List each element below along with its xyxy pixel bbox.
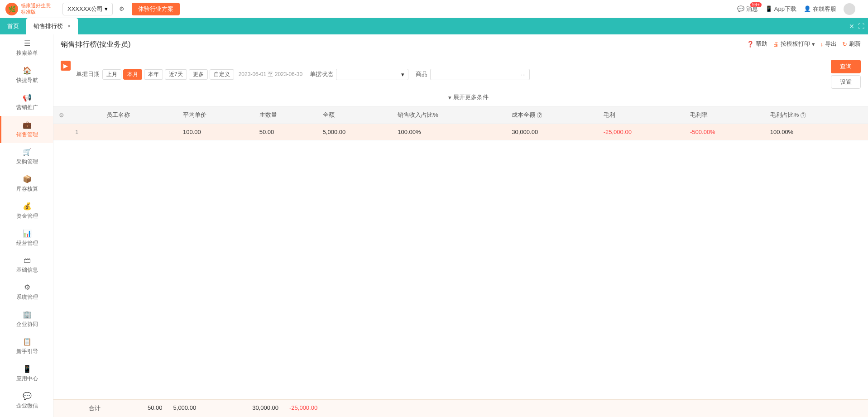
purchase-icon: 🛒	[23, 148, 32, 156]
col-employee: 员工名称	[101, 106, 177, 124]
sidebar-item-finance[interactable]: 💰 资金管理	[0, 197, 53, 225]
goods-ellipsis-btn[interactable]: ···	[521, 71, 526, 78]
tab-close-icon[interactable]: ×	[67, 23, 71, 29]
sidebar-item-member[interactable]: ◇ 畅会员	[0, 414, 53, 417]
sidebar-item-quick-nav[interactable]: 🏠 快捷导航	[0, 62, 53, 89]
sidebar-item-operations[interactable]: 📊 经营管理	[0, 225, 53, 252]
goods-filter: 商品 ···	[416, 69, 530, 80]
footer-amount: 5,000.00	[168, 404, 202, 412]
filter-toggle-btn[interactable]: ▶	[61, 61, 71, 71]
sidebar-item-purchase[interactable]: 🛒 采购管理	[0, 143, 53, 170]
guide-icon: 📋	[23, 337, 32, 346]
refresh-icon: ↻	[842, 41, 847, 48]
date-btn-custom[interactable]: 自定义	[210, 69, 234, 80]
footer-spacer1	[59, 404, 72, 412]
trial-button[interactable]: 体验行业方案	[132, 3, 180, 15]
window-expand-btn[interactable]: ⛶	[858, 23, 864, 30]
date-btn-last-month[interactable]: 上月	[102, 69, 121, 80]
sidebar-item-sales[interactable]: 💼 销售管理	[0, 116, 53, 143]
page-actions: ❓ 帮助 🖨 按模板打印 ▾ ↓ 导出 ↻ 刷新	[747, 40, 861, 48]
filter-row: 单据日期 上月 本月 本年 近7天 更多 自定义 2023-06-01 至 20…	[76, 60, 861, 89]
date-btn-more[interactable]: 更多	[189, 69, 208, 80]
setting-button[interactable]: 设置	[831, 75, 861, 89]
window-close-btn[interactable]: ✕	[849, 23, 854, 30]
filter-area: ▶ 单据日期 上月 本月 本年 近7天 更多 自定义	[53, 55, 868, 106]
table-row: 1 100.00 50.00 5,000.00 100.00% 30,000.0…	[53, 124, 868, 140]
sidebar-label-search: 搜索菜单	[16, 49, 38, 57]
message-badge: 99+	[750, 2, 762, 7]
message-btn[interactable]: 💬 消息 99+	[737, 5, 758, 13]
footer-qty: 50.00	[142, 404, 168, 412]
col-settings[interactable]: ⚙	[53, 106, 70, 124]
col-avg-price: 平均单价	[177, 106, 254, 124]
footer-cost: 30,000.00	[247, 404, 284, 412]
content-area: 销售排行榜(按业务员) ❓ 帮助 🖨 按模板打印 ▾ ↓ 导出 ↻ 刷新	[53, 34, 868, 417]
home-icon: 🏠	[23, 66, 32, 75]
date-filter: 单据日期 上月 本月 本年 近7天 更多 自定义 2023-06-01 至 20…	[76, 69, 302, 80]
date-btn-7days[interactable]: 近7天	[165, 69, 187, 80]
sidebar-item-system[interactable]: ⚙ 系统管理	[0, 278, 53, 306]
sidebar-item-apps[interactable]: 📱 应用中心	[0, 360, 53, 387]
expand-more-btn[interactable]: ▾ 展开更多条件	[448, 93, 489, 101]
col-qty: 主数量	[254, 106, 317, 124]
row-qty: 50.00	[254, 124, 317, 140]
col-rank	[70, 106, 101, 124]
sidebar: ☰ 搜索菜单 🏠 快捷导航 📢 营销推广 💼 销售管理 🛒 采购管理 📦 库存核…	[0, 34, 53, 417]
sidebar-item-enterprise[interactable]: 🏢 企业协同	[0, 306, 53, 333]
sidebar-label-finance: 资金管理	[16, 212, 38, 220]
filter-right-actions: 查询 设置	[831, 60, 861, 89]
sales-icon: 💼	[23, 120, 32, 129]
sidebar-item-marketing[interactable]: 📢 营销推广	[0, 89, 53, 116]
row-sales-pct: 100.00%	[392, 124, 506, 140]
export-btn[interactable]: ↓ 导出	[820, 40, 837, 48]
print-btn[interactable]: 🖨 按模板打印 ▾	[773, 40, 815, 48]
sidebar-label-purchase: 采购管理	[16, 158, 38, 166]
sidebar-label-sales: 销售管理	[16, 131, 38, 139]
help-btn[interactable]: ❓ 帮助	[747, 40, 767, 48]
date-btn-this-year[interactable]: 本年	[144, 69, 163, 80]
tab-sales-rank[interactable]: 销售排行榜 ×	[26, 18, 78, 34]
avatar	[844, 3, 855, 15]
apps-icon: 📱	[23, 364, 32, 373]
row-settings	[53, 124, 70, 140]
sidebar-item-weixin[interactable]: 💬 企业微信	[0, 387, 53, 414]
finance-icon: 💰	[23, 202, 32, 211]
active-tab-label: 销售排行榜	[34, 22, 63, 30]
company-selector[interactable]: XXXXXX公司 ▾	[62, 3, 113, 15]
tab-home[interactable]: 首页	[0, 18, 26, 34]
goods-input[interactable]: ···	[430, 69, 530, 80]
tab-bar-right: ✕ ⛶	[849, 23, 868, 30]
date-range-buttons: 上月 本月 本年 近7天 更多 自定义	[102, 69, 234, 80]
footer-sales-pct	[201, 404, 247, 412]
sidebar-item-basics[interactable]: 🗃 基础信息	[0, 252, 53, 278]
sidebar-item-inventory[interactable]: 📦 库存核算	[0, 170, 53, 197]
refresh-btn[interactable]: ↻ 刷新	[842, 40, 861, 48]
export-icon: ↓	[820, 41, 824, 48]
status-select[interactable]: ▾	[336, 69, 408, 80]
app-download-btn[interactable]: 📱 App下载	[765, 5, 796, 13]
sidebar-item-guide[interactable]: 📋 新手引导	[0, 333, 53, 360]
service-icon: 👤	[804, 5, 811, 12]
message-icon: 💬	[737, 5, 744, 12]
settings-icon-btn[interactable]: ⚙	[115, 3, 128, 15]
row-gross-pct: 100.00%	[765, 124, 868, 140]
row-gross: -25,000.00	[598, 124, 685, 140]
main-layout: ☰ 搜索菜单 🏠 快捷导航 📢 营销推广 💼 销售管理 🛒 采购管理 📦 库存核…	[0, 34, 868, 417]
date-btn-this-month[interactable]: 本月	[123, 69, 142, 80]
print-icon: 🖨	[773, 41, 779, 48]
sidebar-label-inventory: 库存核算	[16, 185, 38, 193]
logo-area: 🌿 畅康通好生意 标准版	[5, 3, 59, 15]
col-sales-pct: 销售收入占比%	[392, 106, 506, 124]
date-range-text: 2023-06-01 至 2023-06-30	[239, 71, 302, 78]
sidebar-label-weixin: 企业微信	[16, 402, 38, 410]
row-amount: 5,000.00	[317, 124, 393, 140]
sidebar-label-system: 系统管理	[16, 293, 38, 301]
sidebar-item-search-order[interactable]: ☰ 搜索菜单	[0, 34, 53, 62]
online-service-btn[interactable]: 👤 在线客服	[804, 5, 836, 13]
sidebar-label-marketing: 营销推广	[16, 104, 38, 111]
sidebar-label-quicknav: 快捷导航	[16, 77, 38, 84]
sidebar-label-enterprise: 企业协同	[16, 321, 38, 328]
row-rank: 1	[70, 124, 101, 140]
query-button[interactable]: 查询	[831, 60, 861, 73]
expand-icon: ▾	[448, 94, 451, 101]
